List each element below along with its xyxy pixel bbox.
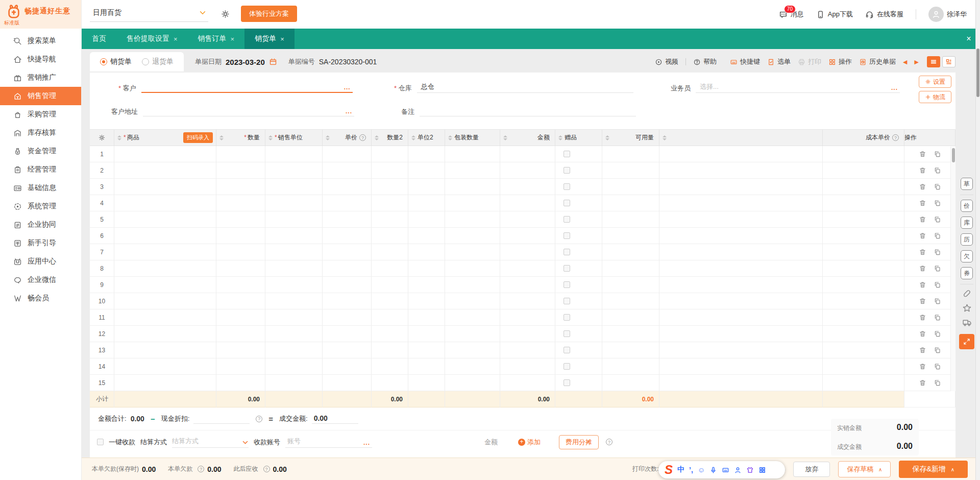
radio-return-note[interactable]: 退货单 xyxy=(142,57,174,66)
doc-date-value[interactable]: 2023-03-20 xyxy=(226,58,265,66)
cell-packqty[interactable] xyxy=(445,375,500,391)
cell-qty[interactable] xyxy=(216,293,265,309)
account-input[interactable]: 账号 ... xyxy=(285,437,372,448)
cell-gift[interactable] xyxy=(555,195,602,211)
sidebar-item-12[interactable]: 应用中心 xyxy=(0,252,81,271)
delete-row-icon[interactable] xyxy=(919,150,926,158)
delete-row-icon[interactable] xyxy=(919,232,926,239)
delete-row-icon[interactable] xyxy=(919,215,926,223)
gift-checkbox[interactable] xyxy=(564,298,570,304)
cell-product[interactable] xyxy=(114,179,216,195)
col-header-qty[interactable]: *数量 xyxy=(216,130,265,146)
cell-avail[interactable] xyxy=(602,326,659,342)
cell-ops[interactable] xyxy=(904,146,955,162)
cell-avail[interactable] xyxy=(602,162,659,179)
cell-product[interactable] xyxy=(114,277,216,293)
ime-keyboard-icon[interactable] xyxy=(722,466,729,474)
cell-price[interactable] xyxy=(323,146,372,162)
industry-plan-button[interactable]: 体验行业方案 xyxy=(241,6,297,22)
sidebar-item-8[interactable]: 基础信息 xyxy=(0,179,81,197)
cell-cost[interactable] xyxy=(823,375,904,391)
cell-product[interactable] xyxy=(114,228,216,244)
cell-cost[interactable] xyxy=(823,342,904,358)
after-help-icon[interactable]: ? xyxy=(263,466,270,472)
cell-qty[interactable] xyxy=(216,260,265,277)
copy-row-icon[interactable] xyxy=(934,248,941,256)
cell-cost[interactable] xyxy=(823,309,904,326)
cell-qty[interactable] xyxy=(216,326,265,342)
cell-unit2[interactable] xyxy=(408,358,445,375)
cell-product[interactable] xyxy=(114,195,216,211)
cell-qty[interactable] xyxy=(216,375,265,391)
cell-amount[interactable] xyxy=(500,277,555,293)
cell-qty2[interactable] xyxy=(372,146,408,162)
cell-qty2[interactable] xyxy=(372,211,408,228)
copy-row-icon[interactable] xyxy=(934,363,941,370)
sort-arrows-icon[interactable] xyxy=(375,135,379,140)
cell-unit[interactable] xyxy=(265,244,323,260)
cell-gift[interactable] xyxy=(555,146,602,162)
settings-gear-icon[interactable] xyxy=(220,9,230,19)
col-header-packqty[interactable]: 包装数量 xyxy=(445,130,500,146)
cell-gift[interactable] xyxy=(555,260,602,277)
cell-ops[interactable] xyxy=(904,293,955,309)
delete-row-icon[interactable] xyxy=(919,199,926,207)
cell-cost[interactable] xyxy=(823,326,904,342)
cell-amount[interactable] xyxy=(500,228,555,244)
sort-arrows-icon[interactable] xyxy=(219,135,224,140)
rail-item-0[interactable]: 草 xyxy=(961,178,973,190)
cell-price[interactable] xyxy=(323,195,372,211)
cell-product[interactable] xyxy=(114,260,216,277)
sort-arrows-icon[interactable] xyxy=(268,135,273,140)
cell-price[interactable] xyxy=(323,162,372,179)
customer-picker-ellipsis[interactable]: ... xyxy=(344,84,351,91)
logistics-button[interactable]: 物流 xyxy=(919,91,951,103)
cell-price[interactable] xyxy=(323,228,372,244)
cell-ops[interactable] xyxy=(904,375,955,391)
page-scrollbar[interactable] xyxy=(975,0,980,480)
cell-qty2[interactable] xyxy=(372,277,408,293)
delete-row-icon[interactable] xyxy=(919,346,926,354)
cell-avail[interactable] xyxy=(602,195,659,211)
cell-unit2[interactable] xyxy=(408,228,445,244)
account-set-selector[interactable]: 日用百货 xyxy=(90,6,208,22)
cell-unit2[interactable] xyxy=(408,260,445,277)
rail-item-2[interactable]: 库 xyxy=(961,217,973,229)
col-header-price[interactable]: 单价? xyxy=(323,130,372,146)
cell-amount[interactable] xyxy=(500,293,555,309)
cell-qty2[interactable] xyxy=(372,375,408,391)
cell-gift[interactable] xyxy=(555,162,602,179)
address-picker-ellipsis[interactable]: ... xyxy=(346,108,352,115)
cell-packqty[interactable] xyxy=(445,342,500,358)
cell-unit[interactable] xyxy=(265,162,323,179)
cell-ops[interactable] xyxy=(904,228,955,244)
copy-row-icon[interactable] xyxy=(934,199,941,207)
gift-checkbox[interactable] xyxy=(564,363,570,370)
cell-qty[interactable] xyxy=(216,211,265,228)
cell-qty2[interactable] xyxy=(372,293,408,309)
sort-arrows-icon[interactable] xyxy=(663,135,667,140)
cell-qty[interactable] xyxy=(216,179,265,195)
cell-packqty[interactable] xyxy=(445,244,500,260)
cell-price[interactable] xyxy=(323,211,372,228)
copy-row-icon[interactable] xyxy=(934,232,941,239)
cell-filler[interactable] xyxy=(659,326,823,342)
cell-qty2[interactable] xyxy=(372,179,408,195)
cell-packqty[interactable] xyxy=(445,277,500,293)
deal-value[interactable]: 0.00 xyxy=(312,414,358,424)
cell-packqty[interactable] xyxy=(445,179,500,195)
cell-product[interactable] xyxy=(114,293,216,309)
cell-unit2[interactable] xyxy=(408,162,445,179)
cell-cost[interactable] xyxy=(823,358,904,375)
star-icon[interactable] xyxy=(962,303,972,313)
cell-avail[interactable] xyxy=(602,277,659,293)
delete-row-icon[interactable] xyxy=(919,281,926,289)
delete-row-icon[interactable] xyxy=(919,166,926,174)
cell-price[interactable] xyxy=(323,293,372,309)
sidebar-item-7[interactable]: 经营管理 xyxy=(0,160,81,179)
cell-filler[interactable] xyxy=(659,277,823,293)
copy-row-icon[interactable] xyxy=(934,346,941,354)
salesman-input[interactable]: 选择... ... xyxy=(696,81,900,93)
account-picker-ellipsis[interactable]: ... xyxy=(363,439,370,446)
cell-price[interactable] xyxy=(323,342,372,358)
